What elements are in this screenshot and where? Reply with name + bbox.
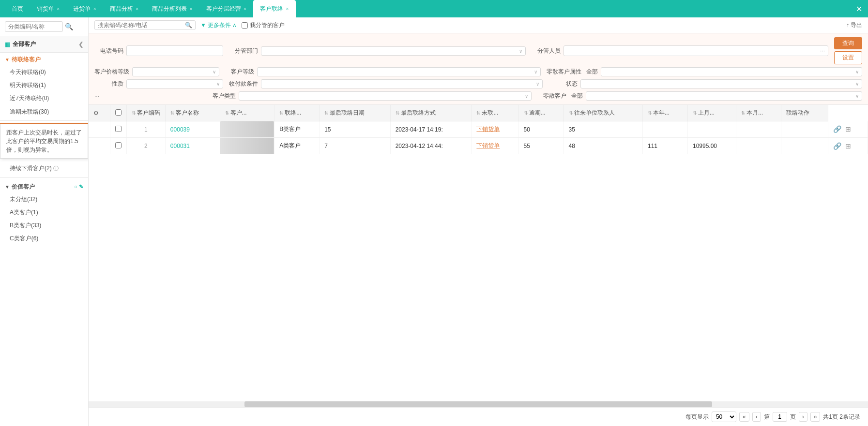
close-product-analysis-icon[interactable]: × [136,6,138,12]
filter-payment: 收付款条件 ∨ [229,79,543,88]
row-num-0: 1 [126,121,165,138]
row-check-0[interactable] [115,126,122,132]
th-overdue[interactable]: ⇅逾期... [518,105,563,121]
th-last-contact-method[interactable]: ⇅最后联络方式 [390,105,472,121]
prev-page-btn[interactable]: ‹ [752,412,761,422]
horizontal-scrollbar[interactable] [89,401,868,407]
th-type[interactable]: ⇅客户... [220,105,274,121]
row-code-0[interactable]: 000039 [165,121,220,138]
edit-value-group-icon[interactable]: ○ ✎ [74,184,83,190]
th-last-month[interactable]: ⇅上月... [687,105,736,121]
first-page-btn[interactable]: « [739,412,749,422]
nav-sales-order[interactable]: 销货单 × [30,0,66,17]
filter-retail-customers-label: 零散客户 [537,92,566,100]
dept-arrow-icon: ∨ [519,48,522,54]
th-contact-person[interactable]: ⇅往来单位联系人 [563,105,642,121]
question-icon-4: ⓘ [53,164,59,173]
filter-payment-label: 收付款条件 [229,80,258,88]
table-row: 1 000039 B类客户 15 2023-04-17 14:19: 下销货单 … [89,121,868,138]
my-customers-check[interactable] [242,22,248,29]
th-current-month[interactable]: ⇅本月... [736,105,781,121]
row-last-month-0 [736,121,781,138]
collapse-sidebar-icon[interactable]: ❮ [78,41,83,48]
action-link-icon-1[interactable]: 🔗 [833,142,841,150]
th-settings[interactable]: ⚙ [89,105,110,121]
action-more-icon-0[interactable]: ⊞ [845,125,851,133]
sidebar-item-today-contact[interactable]: 今天待联络(0) [0,66,88,79]
filter-dept-select[interactable]: ∨ [261,46,526,56]
sidebar-divider-1 [0,120,88,121]
sidebar-search-icon[interactable]: 🔍 [65,23,73,30]
filter-dots: ··· [94,93,201,100]
filter-phone-input[interactable] [126,45,223,56]
next-page-btn[interactable]: › [799,412,807,422]
search-input[interactable] [98,22,185,29]
sidebar-group-pending-contact[interactable]: ▼ 待联络客户 [0,53,88,66]
row-check-1[interactable] [115,142,122,148]
th-current-year[interactable]: ⇅本年... [642,105,687,121]
sort-contact-person-icon: ⇅ [569,110,573,116]
more-dots-icon[interactable]: ··· [94,93,99,100]
sidebar-item-a-class[interactable]: A类客户(1) [0,206,88,219]
filter-retail-customers: 零散客户 全部 ∨ [537,91,862,101]
close-product-analysis-list-icon[interactable]: × [189,6,192,12]
th-last-contact-date[interactable]: ⇅最后联络日期 [320,105,390,121]
more-conditions-btn[interactable]: ▼ 更多条件 ∧ [200,21,237,29]
filter-customer-level-select[interactable]: ∨ [257,67,541,76]
per-page-select[interactable]: 50 100 200 [712,411,736,422]
filter-status: 状态 ∨ [548,79,862,88]
filter-row-4: ··· 客户类型 ∨ 零散客户 全部 ∨ [94,91,862,101]
nav-product-analysis[interactable]: 商品分析 × [103,0,145,17]
my-customers-checkbox[interactable]: 我分管的客户 [242,21,285,29]
filter-retail-attr-select[interactable]: ∨ [601,67,862,76]
sidebar-item-c-class[interactable]: C类客户(6) [0,232,88,245]
sidebar-item-tomorrow-contact[interactable]: 明天待联络(1) [0,79,88,92]
row-num-1: 2 [126,138,165,154]
sidebar-item-week-contact[interactable]: 近7天待联络(0) [0,92,88,105]
last-page-btn[interactable]: » [810,412,821,422]
nav-customer-contact[interactable]: 客户联络 × [253,0,295,17]
search-submit-icon[interactable]: 🔍 [185,22,192,29]
close-customer-contact-icon[interactable]: × [286,6,289,12]
action-link-icon-0[interactable]: 🔗 [833,125,841,133]
close-sales-order-icon[interactable]: × [57,6,60,12]
close-purchase-order-icon[interactable]: × [93,6,96,12]
current-page-input[interactable] [773,412,787,422]
filter-price-level-select[interactable]: ∨ [132,67,219,76]
filter-person-select[interactable]: ··· [563,45,828,56]
window-close-button[interactable]: ✕ [856,4,862,14]
close-customer-segmentation-icon[interactable]: × [244,6,246,12]
th-code[interactable]: ⇅客户编码 [126,105,165,121]
filter-nature-select[interactable]: ∨ [126,79,223,88]
th-not-contacted[interactable]: ⇅未联... [472,105,518,121]
nav-product-analysis-list[interactable]: 商品分析列表 × [145,0,199,17]
filter-customer-type-select[interactable]: ∨ [239,91,532,101]
nav-customer-segmentation[interactable]: 客户分层经营 × [199,0,253,17]
th-contact-count[interactable]: ⇅联络... [274,105,320,121]
nav-home[interactable]: 首页 [5,0,30,17]
scrollbar-thumb[interactable] [244,401,712,407]
sidebar-search-input[interactable] [5,21,63,32]
select-all-checkbox[interactable] [115,109,122,116]
sidebar-item-overdue-contact[interactable]: 逾期未联络(30) [0,105,88,118]
action-more-icon-1[interactable]: ⊞ [845,142,851,150]
row-actions-0: 🔗 ⊞ [828,121,868,138]
row-code-1[interactable]: 000031 [165,138,220,154]
sidebar-item-ungrouped[interactable]: 未分组(32) [0,193,88,206]
th-actions: 联络动作 [781,105,828,121]
row-last-contact-method-0[interactable]: 下销货单 [472,121,518,138]
th-name[interactable]: ⇅客户名称 [165,105,220,121]
settings-button[interactable]: 设置 [834,51,862,64]
nav-purchase-order[interactable]: 进货单 × [66,0,103,17]
sidebar-group-value-customers[interactable]: ▼ 价值客户 ○ ✎ [0,180,88,193]
export-btn[interactable]: ↑ 导出 [846,21,862,29]
filter-status-select[interactable]: ∨ [580,79,862,88]
filter-retail-customers-select[interactable]: ∨ [586,91,862,101]
row-not-contacted-0: 50 [518,121,563,138]
sidebar-item-declining-customers[interactable]: 持续下滑客户(2) ⓘ [0,162,88,175]
row-last-contact-method-1[interactable]: 下销货单 [472,138,518,154]
filter-payment-select[interactable]: ∨ [261,79,543,88]
query-button[interactable]: 查询 [834,37,862,49]
filter-icon: ▼ [200,22,206,29]
sidebar-item-b-class[interactable]: B类客户(33) [0,219,88,232]
